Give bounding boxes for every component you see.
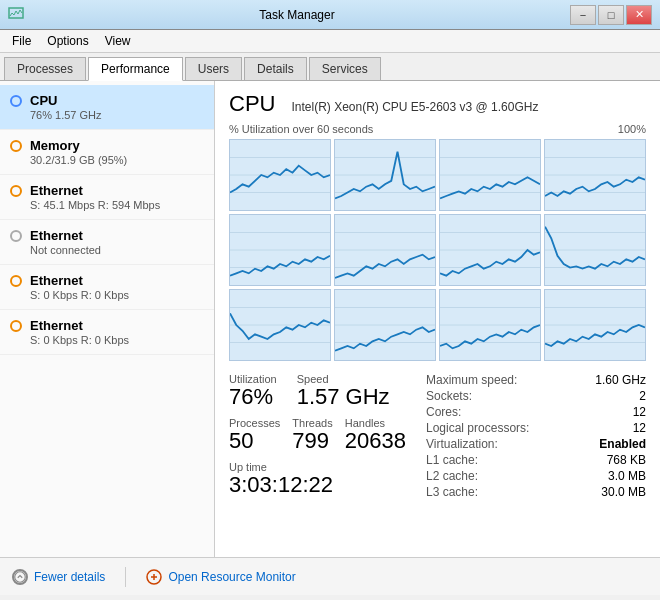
menu-options[interactable]: Options [39,32,96,50]
fewer-details-label: Fewer details [34,570,105,584]
cpu-title: CPU [229,91,275,117]
l2-label: L2 cache: [426,469,478,483]
sidebar-item-ethernet4[interactable]: Ethernet S: 0 Kbps R: 0 Kbps [0,310,214,355]
ethernet4-detail: S: 0 Kbps R: 0 Kbps [30,334,204,346]
logical-label: Logical processors: [426,421,529,435]
app-icon [8,7,24,23]
stats-row1: Utilization 76% Speed 1.57 GHz [229,373,416,409]
cpu-header: CPU Intel(R) Xeon(R) CPU E5-2603 v3 @ 1.… [229,91,646,117]
minimize-button[interactable]: − [570,5,596,25]
sys-info-panel: Maximum speed: 1.60 GHz Sockets: 2 Cores… [426,373,646,501]
close-button[interactable]: ✕ [626,5,652,25]
window-title: Task Manager [24,8,570,22]
processes-stat-value: 50 [229,429,280,453]
l1-value: 768 KB [607,453,646,467]
cpu-graph-1 [229,139,331,211]
open-resource-monitor-label: Open Resource Monitor [168,570,295,584]
max-speed-value: 1.60 GHz [595,373,646,387]
sidebar-item-ethernet3[interactable]: Ethernet S: 0 Kbps R: 0 Kbps [0,265,214,310]
cpu-graph-4 [544,139,646,211]
sys-info-sockets: Sockets: 2 [426,389,646,403]
handles-stat-value: 20638 [345,429,406,453]
right-panel: CPU Intel(R) Xeon(R) CPU E5-2603 v3 @ 1.… [215,81,660,557]
cpu-graph-2 [334,139,436,211]
maximize-button[interactable]: □ [598,5,624,25]
ethernet2-status-dot [10,230,22,242]
sys-info-l2: L2 cache: 3.0 MB [426,469,646,483]
memory-status-dot [10,140,22,152]
sidebar: CPU 76% 1.57 GHz Memory 30.2/31.9 GB (95… [0,81,215,557]
memory-detail: 30.2/31.9 GB (95%) [30,154,204,166]
open-resource-monitor-button[interactable]: Open Resource Monitor [146,569,295,585]
menu-bar: File Options View [0,30,660,53]
sys-info-logical: Logical processors: 12 [426,421,646,435]
stats-left: Utilization 76% Speed 1.57 GHz Processes… [229,373,416,501]
tab-details[interactable]: Details [244,57,307,80]
ethernet4-label: Ethernet [30,318,204,333]
uptime-stat-value: 3:03:12:22 [229,473,416,497]
sidebar-item-ethernet1[interactable]: Ethernet S: 45.1 Mbps R: 594 Mbps [0,175,214,220]
stat-threads: Threads 799 [292,417,332,453]
utilization-stat-value: 76% [229,385,277,409]
sockets-label: Sockets: [426,389,472,403]
tab-users[interactable]: Users [185,57,242,80]
cpu-graph-3 [439,139,541,211]
stat-handles: Handles 20638 [345,417,406,453]
l2-value: 3.0 MB [608,469,646,483]
l3-value: 30.0 MB [601,485,646,499]
resource-monitor-icon [146,569,162,585]
ethernet4-status-dot [10,320,22,332]
cpu-status-dot [10,95,22,107]
sidebar-item-cpu[interactable]: CPU 76% 1.57 GHz [0,85,214,130]
l3-label: L3 cache: [426,485,478,499]
threads-stat-value: 799 [292,429,332,453]
cpu-label: CPU [30,93,204,108]
sys-info-max-speed: Maximum speed: 1.60 GHz [426,373,646,387]
title-bar: Task Manager − □ ✕ [0,0,660,30]
ethernet1-status-dot [10,185,22,197]
logical-value: 12 [633,421,646,435]
bottom-divider [125,567,126,587]
cpu-graph-6 [334,214,436,286]
main-content: CPU 76% 1.57 GHz Memory 30.2/31.9 GB (95… [0,81,660,557]
tab-processes[interactable]: Processes [4,57,86,80]
max-speed-label: Maximum speed: [426,373,517,387]
tab-performance[interactable]: Performance [88,57,183,81]
ethernet3-detail: S: 0 Kbps R: 0 Kbps [30,289,204,301]
tab-services[interactable]: Services [309,57,381,80]
cpu-graph-12 [544,289,646,361]
virtualization-value: Enabled [599,437,646,451]
ethernet2-label: Ethernet [30,228,204,243]
menu-view[interactable]: View [97,32,139,50]
cores-value: 12 [633,405,646,419]
sys-info-l1: L1 cache: 768 KB [426,453,646,467]
memory-label: Memory [30,138,204,153]
speed-stat-value: 1.57 GHz [297,385,390,409]
cpu-graph-5 [229,214,331,286]
sockets-value: 2 [639,389,646,403]
cpu-graph-8 [544,214,646,286]
ethernet1-label: Ethernet [30,183,204,198]
virtualization-label: Virtualization: [426,437,498,451]
bottom-bar: Fewer details Open Resource Monitor [0,557,660,595]
window-controls[interactable]: − □ ✕ [570,5,652,25]
menu-file[interactable]: File [4,32,39,50]
utilization-max: 100% [618,123,646,135]
stat-uptime: Up time 3:03:12:22 [229,461,416,497]
svg-point-49 [15,571,26,582]
sidebar-item-ethernet2[interactable]: Ethernet Not connected [0,220,214,265]
stats-row2: Processes 50 Threads 799 Handles 20638 [229,417,416,453]
stat-utilization: Utilization 76% [229,373,277,409]
ethernet1-detail: S: 45.1 Mbps R: 594 Mbps [30,199,204,211]
tab-bar: Processes Performance Users Details Serv… [0,53,660,81]
sidebar-item-memory[interactable]: Memory 30.2/31.9 GB (95%) [0,130,214,175]
cpu-graph-7 [439,214,541,286]
fewer-details-button[interactable]: Fewer details [12,569,105,585]
cpu-graph-11 [439,289,541,361]
ethernet3-status-dot [10,275,22,287]
ethernet2-detail: Not connected [30,244,204,256]
stat-processes: Processes 50 [229,417,280,453]
cpu-graph-grid [229,139,646,361]
ethernet3-label: Ethernet [30,273,204,288]
fewer-details-icon [12,569,28,585]
